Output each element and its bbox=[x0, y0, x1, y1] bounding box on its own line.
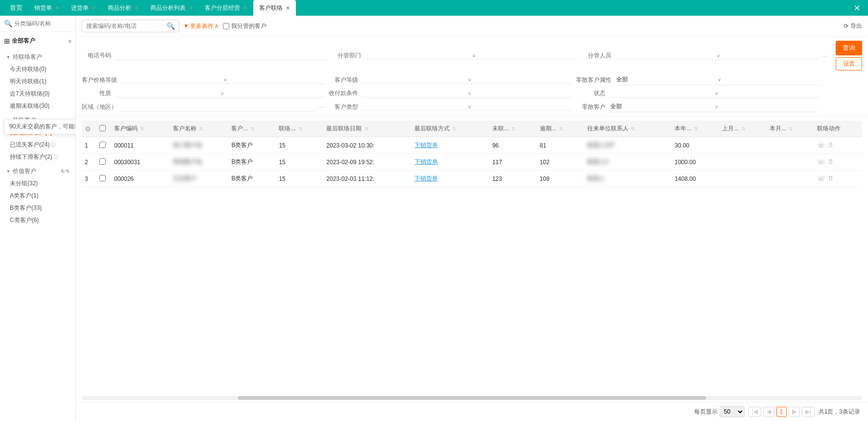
more-conditions-toggle[interactable]: ▼ 更多条件 ∧ bbox=[183, 22, 219, 30]
zero-attr-select[interactable]: 全部 ∨ bbox=[614, 74, 819, 85]
sidebar-item-class-a[interactable]: A类客户(1) bbox=[0, 190, 75, 202]
dept-label: 分管部门 bbox=[332, 51, 361, 60]
manager-label: 分管人员 bbox=[582, 51, 611, 60]
close-icon[interactable]: ✕ bbox=[134, 5, 139, 11]
tab-customer-layered[interactable]: 客户分层经营 ✕ bbox=[199, 0, 253, 16]
first-page-button[interactable]: |◀ bbox=[748, 407, 761, 417]
close-icon[interactable]: ✕ bbox=[243, 5, 247, 11]
contact-phone-icon[interactable]: ☏ bbox=[817, 142, 825, 149]
row-this-year: 30.00 bbox=[672, 137, 719, 154]
tab-product-analysis-list[interactable]: 商品分析列表 ✕ bbox=[145, 0, 199, 16]
sidebar-item-ungrouped[interactable]: 未分组(32) bbox=[0, 177, 75, 190]
col-code[interactable]: 客户编码 ⇅ bbox=[111, 121, 170, 137]
row-check bbox=[96, 154, 111, 171]
table-row: 1 000011 张三客户名 B类客户 15 2023-03-02 10:30:… bbox=[82, 137, 862, 154]
row-checkbox[interactable] bbox=[99, 158, 106, 165]
sidebar-item-class-c[interactable]: C类客户(6) bbox=[0, 214, 75, 226]
window-close-icon[interactable]: ✕ bbox=[850, 3, 864, 13]
sidebar-search-input[interactable] bbox=[14, 20, 76, 27]
last-way-link[interactable]: 下销货单 bbox=[414, 158, 438, 165]
sort-icon: ⇅ bbox=[251, 126, 255, 131]
table-header-row: ⚙ 客户编码 ⇅ 客户名称 ⇅ bbox=[82, 121, 862, 137]
row-code: 000026 bbox=[111, 171, 170, 187]
sidebar-value-group-title[interactable]: ▼ 价值客户 ↻ ✎ bbox=[0, 165, 75, 177]
more-action-icon[interactable]: ⠿ bbox=[828, 175, 833, 182]
filter-field-price-level: 客户价格等级 ∨ bbox=[82, 76, 325, 84]
chevron-down-icon: ∨ bbox=[472, 53, 576, 58]
sidebar-item-declining[interactable]: 持续下滑客户(2) ⓘ bbox=[0, 151, 75, 163]
settings-button[interactable]: 设置 bbox=[836, 57, 862, 71]
last-way-link[interactable]: 下销货单 bbox=[414, 142, 438, 149]
zero-attr-label: 零散客户属性 bbox=[576, 76, 611, 84]
row-checkbox[interactable] bbox=[99, 175, 106, 181]
customer-table: ⚙ 客户编码 ⇅ 客户名称 ⇅ bbox=[82, 121, 862, 187]
filter-search-input[interactable] bbox=[86, 23, 165, 29]
row-last-month bbox=[719, 171, 767, 187]
nature-select[interactable]: ∨ bbox=[114, 90, 325, 98]
row-overdue: 102 bbox=[537, 154, 584, 171]
query-button[interactable]: 查询 bbox=[836, 41, 862, 55]
scrollbar-thumb[interactable] bbox=[238, 396, 706, 400]
region-input[interactable] bbox=[120, 102, 314, 112]
more-action-icon[interactable]: ⠿ bbox=[828, 158, 833, 166]
phone-input[interactable] bbox=[114, 51, 328, 60]
row-checkbox[interactable] bbox=[99, 142, 106, 148]
sidebar-pending-group-title[interactable]: ▼ 待联络客户 bbox=[0, 51, 75, 63]
next-page-button[interactable]: ▶ bbox=[789, 407, 800, 417]
export-button[interactable]: ⟳ 导出 bbox=[844, 22, 862, 30]
sidebar-item-today[interactable]: 今天待联络(0) bbox=[0, 63, 75, 75]
unit-contact-blurred: 联系人107 bbox=[587, 142, 615, 149]
row-last-date: 2023-02-09 19:52: bbox=[323, 154, 411, 171]
tab-product-analysis[interactable]: 商品分析 ✕ bbox=[102, 0, 145, 16]
settings-gear-icon[interactable]: ⚙ bbox=[85, 125, 91, 133]
customer-level-select[interactable]: ∨ bbox=[361, 76, 572, 84]
refresh-icon[interactable]: ↻ bbox=[61, 169, 65, 174]
price-level-label: 客户价格等级 bbox=[82, 76, 117, 84]
col-name[interactable]: 客户名称 ⇅ bbox=[170, 121, 229, 137]
dept-select[interactable]: ∨ bbox=[364, 52, 578, 60]
sidebar-all-customers[interactable]: ⊞ 全部客户 « bbox=[0, 34, 75, 48]
sidebar-item-class-b[interactable]: B类客户(33) bbox=[0, 202, 75, 214]
manager-select[interactable]: ∨ bbox=[614, 52, 818, 60]
row-type: B类客户 bbox=[228, 154, 276, 171]
more-action-icon[interactable]: ⠿ bbox=[828, 142, 833, 149]
sidebar-item-tomorrow[interactable]: 明天待联络(1) bbox=[0, 75, 75, 88]
tab-sales-order[interactable]: 销货单 ✕ bbox=[28, 0, 65, 16]
tab-customer-contact[interactable]: 客户联络 ✕ bbox=[253, 0, 296, 16]
last-page-button[interactable]: ▶| bbox=[802, 407, 815, 417]
customer-type-select[interactable]: ∨ bbox=[361, 103, 572, 111]
contact-phone-icon[interactable]: ☏ bbox=[817, 175, 825, 182]
sidebar-item-7days[interactable]: 近7天待联络(0) bbox=[0, 88, 75, 100]
horizontal-scrollbar[interactable] bbox=[82, 396, 862, 400]
contact-phone-icon[interactable]: ☏ bbox=[817, 158, 825, 166]
close-icon[interactable]: ✕ bbox=[189, 5, 193, 11]
per-page-select[interactable]: 50 20 100 bbox=[720, 406, 745, 417]
status-select[interactable]: ∨ bbox=[608, 90, 819, 98]
filter-icon: ▼ bbox=[183, 23, 189, 29]
prev-page-button[interactable]: ◀ bbox=[763, 407, 774, 417]
zero-customer-select[interactable]: 全部 ∨ bbox=[608, 101, 819, 112]
close-icon[interactable]: ✕ bbox=[92, 5, 96, 11]
payment-select[interactable]: ∨ bbox=[361, 90, 572, 98]
more-dots[interactable]: ··· bbox=[319, 103, 325, 111]
select-all-checkbox[interactable] bbox=[99, 125, 106, 131]
sidebar-item-overdue[interactable]: 逾期未联络(30) bbox=[0, 100, 75, 112]
tab-home[interactable]: 首页 bbox=[4, 0, 28, 16]
my-customers-checkbox-area: 我分管的客户 bbox=[223, 22, 266, 30]
row-code: 00030031 bbox=[111, 154, 170, 171]
last-way-link[interactable]: 下销货单 bbox=[414, 175, 438, 182]
price-level-select[interactable]: ∨ bbox=[120, 76, 325, 84]
my-customers-checkbox[interactable] bbox=[223, 23, 229, 29]
col-last-month: 上月... ⇅ bbox=[719, 121, 767, 137]
more-dots[interactable]: ··· bbox=[822, 52, 828, 60]
collapse-icon[interactable]: « bbox=[68, 38, 72, 45]
sort-icon: ⇅ bbox=[559, 126, 563, 131]
tab-purchase-order[interactable]: 进货单 ✕ bbox=[65, 0, 102, 16]
close-icon[interactable]: ✕ bbox=[286, 5, 290, 11]
filter-field-zero-attr: 零散客户属性 全部 ∨ bbox=[576, 74, 819, 85]
filter-search-button[interactable]: 🔍 bbox=[167, 22, 175, 30]
sidebar-item-churned[interactable]: 已流失客户(24) ⓘ bbox=[0, 139, 75, 151]
close-icon[interactable]: ✕ bbox=[55, 5, 59, 11]
edit-icon[interactable]: ✎ bbox=[66, 169, 70, 174]
col-action-label: 联络动作 bbox=[817, 125, 841, 132]
